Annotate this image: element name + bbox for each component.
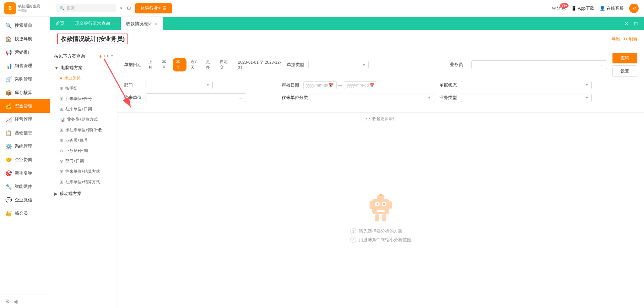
tab-collection-stats-close[interactable]: ✕: [154, 21, 158, 26]
scheme-item-by-salesman-date[interactable]: ⊙ 业务员+日期: [50, 146, 117, 156]
basic-icon: 📋: [5, 130, 12, 136]
service-label: 在线客服: [606, 5, 624, 11]
user-avatar[interactable]: Rit: [629, 4, 639, 13]
export-button[interactable]: ↑ 导出: [608, 36, 621, 42]
tab-bank-flow[interactable]: 现金银行流水查询 ✕: [70, 17, 121, 30]
sidebar-item-finance[interactable]: 💰 资金管理: [0, 99, 50, 113]
biz-type-select[interactable]: ▾: [461, 94, 592, 102]
counterpart-more-icon[interactable]: …: [238, 95, 243, 100]
sidebar-item-member[interactable]: 👑 畅会员: [0, 207, 50, 220]
panel-collapse-btn[interactable]: «: [110, 53, 113, 59]
sidebar-item-wechat[interactable]: 💬 企业微信: [0, 193, 50, 207]
scheme-item-by-unit-method1[interactable]: ⊞ 往来单位+结算方式: [50, 166, 117, 177]
app-download-button[interactable]: 📱 App下载: [571, 5, 594, 11]
tab-home[interactable]: 首页: [50, 17, 70, 30]
collapse-label: 收起更多条件: [372, 116, 396, 122]
dept-select[interactable]: ▾: [146, 81, 213, 89]
scheme-item-by-unit-method2[interactable]: ⊞ 往来单位+结算方式: [50, 177, 117, 187]
sidebar-item-search[interactable]: 🔍 搜索菜单: [0, 19, 50, 32]
date-btn-more[interactable]: 更多: [203, 58, 216, 71]
message-icon: ✉: [552, 6, 556, 11]
counterpart-class-select[interactable]: ▾: [311, 94, 434, 102]
desktop-scheme-group: ▼ 电脑端方案 ● 按业务员 ⊞ 按明细 ⊞ 往来单位+账号: [50, 63, 117, 187]
review-date-from[interactable]: yyyy-mm-dd 📅: [303, 81, 337, 89]
sidebar-item-system[interactable]: ⚙️ 系统管理: [0, 140, 50, 153]
footer-settings-icon[interactable]: ⚙: [5, 298, 10, 305]
doc-status-select[interactable]: ▾: [461, 81, 592, 89]
tab-collection-stats[interactable]: 收款情况统计 ✕: [121, 17, 163, 31]
date-btn-custom[interactable]: 自定义: [217, 58, 233, 71]
app-icon: 📱: [571, 6, 577, 11]
refresh-button[interactable]: ↻ 刷新: [624, 36, 637, 42]
main-area: 🔍 搜索 ▾ ⚙ 体验行业方案 ✉ 消息 99+ 📱 App下载 👤 在线客服 …: [50, 0, 644, 308]
counterpart-label: 往来单位: [124, 95, 143, 101]
page-header: 收款情况统计(按业务员) ↑ 导出 ↻ 刷新: [50, 30, 644, 48]
svg-rect-6: [370, 201, 372, 209]
dept-label: 部门: [124, 82, 143, 88]
tip-num-1: 1: [350, 228, 356, 234]
topbar-gear-icon[interactable]: ⚙: [126, 5, 131, 11]
date-btn-7days[interactable]: 近7天: [188, 58, 202, 71]
sidebar-item-guide[interactable]: 🎯 新手引导: [0, 166, 50, 180]
system-icon: ⚙️: [5, 143, 12, 150]
query-button[interactable]: 查询: [612, 53, 637, 63]
sidebar-nav: 🔍 搜索菜单 🏠 快捷导航 📢 营销推广 📊 销售管理 🛒 采购管理 📦 库存核…: [0, 17, 50, 295]
settings-button[interactable]: 设置: [612, 65, 637, 77]
tab-bank-flow-close[interactable]: ✕: [112, 21, 115, 26]
scheme-item-by-detail[interactable]: ⊞ 按明细: [50, 83, 117, 94]
online-service-button[interactable]: 👤 在线客服: [600, 5, 624, 11]
operation-icon: 📈: [5, 116, 12, 123]
tab-collection-stats-label: 收款情况统计: [126, 21, 152, 27]
scheme-item-by-dept-date[interactable]: ⊙ 部门+日期: [50, 156, 117, 166]
counterpart-input[interactable]: …: [146, 93, 246, 102]
scheme-item-by-salesman[interactable]: ● 按业务员: [50, 73, 117, 83]
date-btn-this-month[interactable]: 本月: [159, 58, 172, 71]
scheme-item-by-unit-account[interactable]: ⊞ 往来单位+账号: [50, 94, 117, 104]
doc-type-select[interactable]: ▾: [308, 61, 369, 69]
window-maximize-icon[interactable]: ⊡: [632, 21, 640, 26]
review-date-to[interactable]: yyyy-mm-dd 📅: [344, 81, 377, 89]
salesman-more-icon[interactable]: …: [599, 62, 603, 67]
message-button[interactable]: ✉ 消息 99+: [552, 5, 566, 11]
biz-type-arrow: ▾: [586, 96, 588, 100]
message-badge: 99+: [560, 3, 569, 8]
finance-icon: 💰: [5, 103, 12, 109]
sidebar-item-marketing[interactable]: 📢 营销推广: [0, 46, 50, 59]
desktop-group-title[interactable]: ▼ 电脑端方案: [50, 63, 117, 73]
sidebar-item-operation[interactable]: 📈 经营管理: [0, 113, 50, 126]
scheme-item-by-unit-date[interactable]: ⊞ 往来单位+日期: [50, 104, 117, 114]
footer-collapse-icon[interactable]: ◀‍: [13, 298, 17, 305]
page-content: 收款情况统计(按业务员) ↑ 导出 ↻ 刷新 按以下方案查询 +: [50, 30, 644, 308]
panel-settings-btn[interactable]: ⚙: [104, 53, 108, 59]
sidebar-item-corp[interactable]: 🤝 企业协同: [0, 153, 50, 166]
collapse-bar[interactable]: ∧∧ 收起更多条件: [117, 112, 644, 125]
date-range: 2023-01-01 至 2023-12-31: [238, 60, 282, 70]
date-btn-this-year[interactable]: 本年: [173, 58, 186, 71]
sidebar-item-inventory[interactable]: 📦 库存核算: [0, 86, 50, 99]
desktop-group-label: 电脑端方案: [61, 65, 83, 71]
scheme-item-by-salesman-method[interactable]: 📊 业务员+结算方式: [50, 114, 117, 125]
window-close-icon[interactable]: ✕: [623, 21, 631, 26]
salesman-select[interactable]: …: [471, 60, 607, 69]
topbar-dropdown[interactable]: ▾: [120, 6, 122, 11]
sidebar-item-purchase[interactable]: 🛒 采购管理: [0, 72, 50, 86]
mobile-group-title[interactable]: ▶ 移动端方案: [50, 189, 117, 199]
guide-icon: 🎯: [5, 170, 12, 176]
doc-status-arrow: ▾: [586, 83, 588, 87]
scheme-item-by-salesman-account[interactable]: ⊞ 业务员+账号: [50, 135, 117, 146]
sidebar-item-hardware[interactable]: 🔧 智能硬件: [0, 180, 50, 193]
service-icon: 👤: [600, 6, 605, 11]
sidebar-item-basic[interactable]: 📋 基础信息: [0, 126, 50, 140]
sidebar-item-sales[interactable]: 📊 销售管理: [0, 59, 50, 72]
collapse-arrow: ∧∧: [365, 117, 371, 121]
topbar-search[interactable]: 🔍 搜索: [56, 4, 116, 12]
trial-button[interactable]: 体验行业方案: [135, 3, 172, 13]
scheme-item-by-unit-dept[interactable]: ⊞ 按往来单位+部门+收...: [50, 125, 117, 135]
sidebar-item-quick-nav[interactable]: 🏠 快捷导航: [0, 32, 50, 46]
date-btn-last-month[interactable]: 上月: [146, 58, 158, 71]
search-text: 搜索: [67, 5, 75, 11]
scheme-icon-unit-account: ⊞: [60, 96, 63, 101]
logo-icon: 6: [4, 2, 16, 14]
panel-add-btn[interactable]: +: [99, 53, 102, 59]
right-panel: 单据日期 上月 本月 本年 近7天 更多 自定义 2023-01-01 至 20…: [117, 48, 644, 308]
